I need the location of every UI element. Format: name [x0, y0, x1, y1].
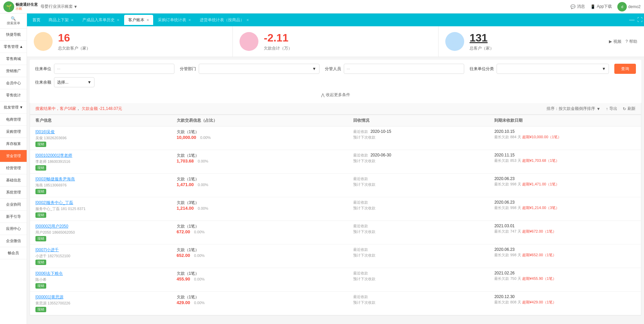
debt-amount[interactable]: 1,214.00 — [177, 206, 194, 211]
app-download-action[interactable]: 📱 App下载 — [590, 4, 612, 9]
user-profile[interactable]: d demo2 — [617, 2, 641, 11]
minimize-icon[interactable]: — — [629, 17, 635, 23]
return-cell: 最近收款 预计下次收款 — [353, 247, 495, 258]
maximize-icon[interactable]: ⛶ — [637, 17, 643, 23]
debt-amount[interactable]: 672.00 — [177, 229, 190, 234]
sidebar-item-marketing[interactable]: 营销推广 — [0, 65, 27, 77]
debt-row: 652.00 0.00% — [177, 253, 353, 258]
filter-dept-label: 分管部门 — [180, 66, 196, 72]
customer-name[interactable]: [0002]服务中心_丁磊 — [35, 200, 177, 206]
refresh-action[interactable]: ↻ 刷新 — [623, 106, 636, 112]
customer-name[interactable]: [0001020001]李老师 — [35, 153, 177, 158]
debt-amount[interactable]: 455.90 — [177, 276, 190, 282]
overdue-link[interactable]: 超期¥652.00（1笔） — [522, 253, 556, 257]
stat-top-actions: ▶ 视频 ? 帮助 — [609, 39, 637, 45]
tab-close-icon[interactable]: ✕ — [71, 18, 74, 22]
sidebar-item-retail-mall[interactable]: 零售商城 — [0, 53, 27, 65]
sidebar: 🔍 搜索菜单 快捷导航 零售管理 ▲ 零售商城 营销推广 会员中心 零售统计 — [0, 13, 27, 324]
debt-cell: 欠款（3笔） 1,214.00 0.00% — [177, 200, 353, 211]
debt-amount[interactable]: 429.00 — [177, 300, 190, 305]
overdue-link[interactable]: 超期¥10,000.00（1笔） — [522, 135, 561, 139]
filter-balance-select[interactable]: 选择... ▼ — [54, 77, 94, 87]
sort-action[interactable]: 排序：按欠款金额倒序排序 ▼ — [547, 106, 600, 112]
sidebar-item-label: 零售商城 — [6, 57, 21, 61]
sidebar-item-app-center[interactable]: 应用中心 — [0, 223, 27, 235]
last-payment: 最近收款 — [353, 271, 495, 276]
sidebar-item-member-plus[interactable]: 畅会员 — [0, 247, 27, 259]
tab-product-toggle[interactable]: 商品上下架 ✕ — [45, 15, 78, 25]
sidebar-item-retail-manage[interactable]: 零售管理 ▲ — [0, 41, 27, 53]
overdue-link[interactable]: 超期¥1,703.68（1笔） — [522, 158, 559, 163]
tab-customer-account[interactable]: 客户账本 ✕ — [124, 15, 153, 25]
help-action[interactable]: ? 帮助 — [625, 39, 637, 45]
debt-count: 欠款（1笔） — [177, 129, 353, 135]
customer-tag: 现销 — [35, 189, 46, 194]
debt-amount[interactable]: 652.00 — [177, 253, 190, 258]
debt-amount[interactable]: 10,000.00 — [177, 135, 196, 140]
filter-row-2: 往来余额 选择... ▼ — [35, 77, 636, 87]
results-bar: 搜索结果中，客户16家， 欠款金额 -21,148.07元 排序：按欠款金额倒序… — [30, 103, 641, 115]
tab-product-history[interactable]: 产成品入库单历史 ✕ — [78, 15, 123, 25]
sidebar-item-enterprise-wechat[interactable]: 企业微信 — [0, 235, 27, 247]
sidebar-item-basic-info[interactable]: 基础信息 — [0, 174, 27, 186]
customer-tag: 现销 — [35, 307, 46, 312]
customer-name[interactable]: [000001]黄思源 — [35, 294, 177, 300]
due-date: 2020.11.15 — [494, 153, 636, 157]
sidebar-item-new-guide[interactable]: 新手引导 — [0, 211, 27, 223]
filter-unit-category-select[interactable]: ▼ — [497, 64, 609, 74]
filter-person-input[interactable]: ··· — [344, 64, 464, 74]
customer-phone: 海燕 18513066976 — [35, 183, 177, 188]
collapse-button[interactable]: ⋀ 收起更多条件 — [321, 92, 350, 98]
sidebar-item-batch-manage[interactable]: 批发管理 ▼ — [0, 101, 27, 114]
customer-name[interactable]: [000002]用户2050 — [35, 224, 177, 229]
tab-close-icon[interactable]: ✕ — [246, 18, 249, 22]
debt-amount[interactable]: 1,471.00 — [177, 182, 194, 187]
tab-purchase-stats[interactable]: 进货单统计表（按商品） ✕ — [196, 15, 253, 25]
customer-name[interactable]: [0016]吴俊 — [35, 129, 177, 135]
customer-name[interactable]: [0007]小进千 — [35, 247, 177, 253]
tab-home[interactable]: 首页 — [28, 17, 45, 23]
sidebar-item-label: 经营管理 — [6, 166, 21, 170]
last-payment: 最近收款 — [353, 247, 495, 252]
sidebar-item-finance[interactable]: 资金管理 — [0, 150, 27, 162]
tab-purchase-order[interactable]: 采购订单统计表 ✕ — [154, 15, 195, 25]
sidebar-item-warehouse[interactable]: 库存核算 — [0, 138, 27, 150]
sidebar-item-quick-nav[interactable]: 快捷导航 — [0, 29, 27, 41]
tab-close-icon[interactable]: ✕ — [146, 18, 149, 22]
stat-info-debt-total: -2.11 欠款合计（万） — [264, 32, 292, 51]
sidebar-item-system[interactable]: 系统管理 — [0, 186, 27, 199]
filter-person: 分管人员 ··· — [325, 64, 464, 74]
debt-percent: 0.00% — [200, 136, 211, 140]
org-selector[interactable]: 母婴行业演示账套 ▼ — [40, 4, 78, 9]
overdue-link[interactable]: 超期¥1,214.00（3笔） — [522, 206, 559, 210]
customer-cell: [0002]服务中心_丁磊 服务中心_丁磊 181 0125 8371 现销 — [35, 200, 177, 218]
sidebar-search[interactable]: 🔍 搜索菜单 — [0, 13, 27, 29]
customer-name[interactable]: [0003]畅捷服务尹海燕 — [35, 176, 177, 182]
sidebar-item-retail-stats[interactable]: 零售统计 — [0, 89, 27, 101]
sidebar-item-ecommerce[interactable]: 电商管理 — [0, 114, 27, 126]
sidebar-item-collab[interactable]: 企业协同 — [0, 199, 27, 211]
debt-count: 欠款（1笔） — [177, 271, 353, 276]
tab-close-icon[interactable]: ✕ — [188, 18, 191, 22]
filter-dept-select[interactable]: ▼ — [199, 64, 319, 74]
tab-label: 客户账本 — [128, 17, 144, 23]
tab-close-icon[interactable]: ✕ — [117, 18, 119, 22]
overdue-link[interactable]: 超期¥1,471.00（1笔） — [522, 182, 559, 186]
sidebar-item-member[interactable]: 会员中心 — [0, 77, 27, 89]
message-action[interactable]: 💬 消息 — [570, 4, 585, 9]
export-action[interactable]: ↑ 导出 — [606, 106, 617, 112]
search-button[interactable]: 查询 — [614, 64, 636, 74]
video-action[interactable]: ▶ 视频 — [609, 39, 621, 45]
overdue-link[interactable]: 超期¥455.90（1笔） — [522, 276, 556, 281]
stat-label-debt-customers: 总欠款客户（家） — [58, 46, 90, 51]
sidebar-item-purchase[interactable]: 采购管理 — [0, 126, 27, 138]
due-date: 2021.03.01 — [494, 224, 636, 228]
customer-name[interactable]: [0006]去下粮仓 — [35, 271, 177, 276]
debt-amount[interactable]: 1,703.68 — [177, 158, 194, 164]
table-container: 客户信息 欠款交易信息（占比） 回收情况 到期未收款日期 [0016]吴俊 吴俊… — [30, 115, 641, 316]
debt-percent: 0.00% — [198, 159, 208, 163]
filter-from-unit-input[interactable]: ··· — [54, 64, 174, 74]
sidebar-item-operations[interactable]: 经营管理 — [0, 162, 27, 174]
overdue-link[interactable]: 超期¥672.00（1笔） — [522, 229, 556, 233]
overdue-link[interactable]: 超期¥429.00（1笔） — [522, 300, 556, 304]
